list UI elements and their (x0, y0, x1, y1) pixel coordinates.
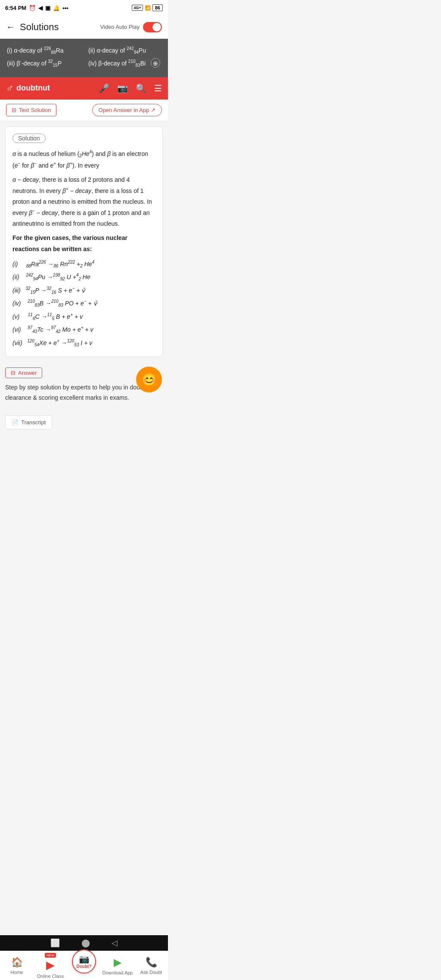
reaction-2: (ii) 24294Pu →23892 U +42 He (12, 271, 155, 283)
system-nav: ⬜ ⬤ ◁ (0, 935, 168, 951)
transcript-button[interactable]: 📄 Transcript (5, 415, 52, 429)
text-solution-label: Text Solution (19, 107, 51, 113)
doubt-label: Doubt? (77, 964, 92, 969)
camera-icon[interactable]: 📷 (117, 83, 128, 93)
bottom-nav: 🏠 Home NEW ▶ Online Class 📷 Doubt? ▶ Dow… (0, 951, 168, 980)
navigation-icon: ◀ (38, 5, 43, 11)
alarm-icon: ⏰ (29, 5, 36, 11)
search-icon[interactable]: 🔍 (136, 83, 146, 93)
clipboard-icon: ▣ (45, 5, 50, 11)
logo-icon: ♂ (6, 82, 14, 94)
open-answer-label: Open Answer in App ↗ (99, 107, 155, 113)
toggle-knob (152, 23, 161, 31)
doubtnut-logo: ♂ doubtnut (6, 82, 50, 94)
online-class-icon: ▶ (46, 958, 55, 972)
reaction-4: (iv) 21083B →21083 PO + e− + v̄ (12, 297, 155, 309)
download-app-label: Download App (102, 970, 133, 975)
transcript-icon: 📄 (12, 419, 19, 426)
time: 6:54 PM (5, 5, 26, 11)
auto-play-label: Video Auto Play (100, 24, 140, 30)
nav-download-app[interactable]: ▶ Download App (101, 956, 134, 975)
solution-para-1: α is a nucleus of helium (2He4) and β is… (12, 148, 155, 171)
page-title: Solutions (20, 22, 59, 33)
question-item-1: (i) α-decay of 22688Ra (7, 45, 80, 56)
solution-box: Solution α is a nucleus of helium (2He4)… (5, 126, 163, 357)
solution-tag: Solution (12, 134, 46, 143)
bottom-spacer (0, 433, 168, 476)
question-item-3: (iii) β--decay of 3215P (7, 58, 80, 69)
open-answer-button[interactable]: Open Answer in App ↗ (92, 104, 162, 116)
status-bar: 6:54 PM ⏰ ◀ ▣ 🔔 ••• 4G+ 📶 86 (0, 0, 168, 16)
question-image: (i) α-decay of 22688Ra (ii) α-decay of 2… (0, 39, 168, 77)
mascot: 😊 (136, 367, 162, 392)
signal-icon: 📶 (145, 5, 151, 11)
nav-online-class[interactable]: NEW ▶ Online Class (34, 953, 67, 979)
battery-icon: 86 (152, 4, 163, 11)
solution-container: Solution α is a nucleus of helium (2He4)… (0, 121, 168, 362)
mic-icon[interactable]: 🎤 (99, 83, 109, 93)
solution-text: α is a nucleus of helium (2He4) and β is… (12, 148, 155, 349)
online-class-new-badge: NEW (45, 953, 56, 958)
answer-section: ⊟ Answer 😊 Step by step solution by expe… (0, 362, 168, 412)
status-left: 6:54 PM ⏰ ◀ ▣ 🔔 ••• (5, 5, 68, 11)
header-icons: 🎤 📷 🔍 ☰ (99, 83, 162, 93)
reaction-7: (vii) 12054Xe + e+ →12053 I + v (12, 337, 155, 349)
reaction-1: (i) 88Ra226 →86 Rn222 +2 He4 (12, 258, 155, 270)
answer-tag-icon: ⊟ (11, 370, 16, 376)
top-nav-right: Video Auto Play (100, 22, 162, 32)
sys-square-btn[interactable]: ⬜ (50, 938, 60, 948)
answer-tag: ⊟ Answer (5, 367, 42, 378)
reaction-6: (vi) 9743Tc →9742 Mo + e+ + v (12, 324, 155, 336)
logo-text: doubtnut (16, 84, 50, 93)
ask-doubt-icon: 📞 (146, 957, 157, 968)
answer-tag-label: Answer (18, 370, 37, 376)
top-nav-left: ← Solutions (6, 22, 59, 33)
ask-doubt-label: Ask Doubt (140, 970, 162, 975)
text-solution-button[interactable]: ⊟ Text Solution (6, 104, 56, 116)
nav-home[interactable]: 🏠 Home (0, 957, 34, 975)
top-nav: ← Solutions Video Auto Play (0, 16, 168, 39)
download-app-icon: ▶ (114, 956, 121, 968)
question-item-2: (ii) α-decay of 24294Pu (88, 45, 161, 56)
doubt-button[interactable]: 📷 Doubt? (72, 949, 96, 974)
doubtnut-header: ♂ doubtnut 🎤 📷 🔍 ☰ (0, 77, 168, 100)
home-icon: 🏠 (11, 957, 23, 968)
reaction-5: (v) 116C →115 B + e+ + v (12, 311, 155, 323)
doubt-icon: 📷 (79, 954, 90, 964)
transcript-tab: 📄 Transcript (0, 412, 168, 433)
alert-icon: 🔔 (53, 5, 60, 11)
online-class-label: Online Class (37, 974, 64, 979)
solution-para-3: For the given cases, the various nuclear… (12, 233, 155, 254)
network-badge: 4G+ (132, 5, 143, 11)
status-right: 4G+ 📶 86 (132, 4, 163, 11)
sys-back-btn[interactable]: ◁ (112, 938, 118, 948)
reaction-3: (iii) 3215P →3216 S + e− + v̄ (12, 284, 155, 296)
transcript-label: Transcript (21, 419, 46, 426)
menu-icon[interactable]: ☰ (154, 83, 162, 93)
question-item-4: (iv) β-decay of 21083Bi ⊕ (88, 58, 161, 69)
home-label: Home (10, 970, 23, 975)
auto-play-toggle[interactable] (143, 22, 162, 32)
solution-para-2: α − decay, there is a loss of 2 protons … (12, 174, 155, 229)
action-bar: ⊟ Text Solution Open Answer in App ↗ (0, 100, 168, 121)
nav-ask-doubt[interactable]: 📞 Ask Doubt (134, 957, 168, 975)
minus-square-icon: ⊟ (12, 107, 16, 113)
nav-doubt[interactable]: 📷 Doubt? (67, 958, 101, 974)
back-button[interactable]: ← (6, 22, 16, 33)
dots-icon: ••• (62, 5, 68, 11)
sys-circle-btn[interactable]: ⬤ (81, 938, 90, 948)
